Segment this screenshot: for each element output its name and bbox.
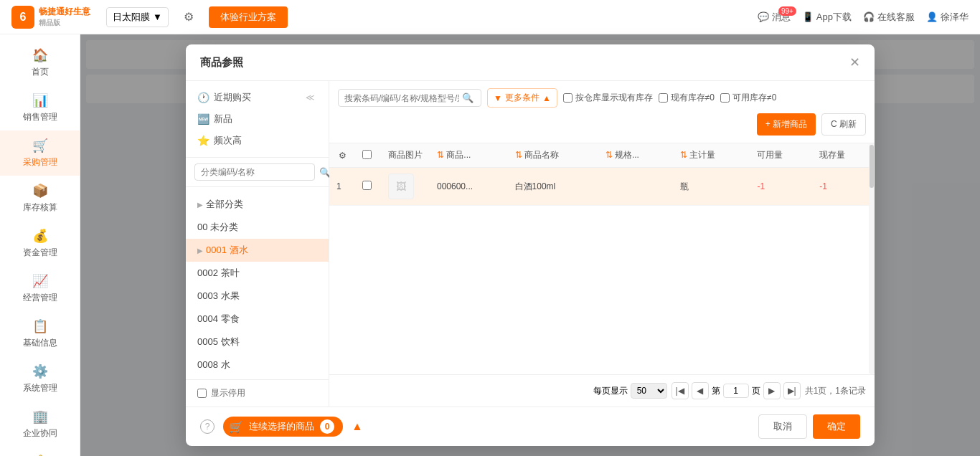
last-page-btn[interactable]: ▶| [783,382,801,399]
quick-link-frequent[interactable]: ⭐ 频次高 [186,130,329,151]
th-name[interactable]: ⇅ 商品名称 [508,143,598,168]
sidebar-item-label: 基础信息 [23,337,57,349]
next-page-btn[interactable]: ▶ [763,382,781,399]
top-nav: 6 畅捷通好生意 精品版 日太阳膜 ▼ ⚙ 体验行业方案 💬 消息 99+ 📱 … [0,0,980,34]
expand-arrow-1: ▶ [197,247,203,255]
show-disabled-checkbox[interactable] [197,389,207,398]
check-available-nonzero[interactable]: 可用库存≠0 [720,92,776,104]
sidebar-item-enterprise[interactable]: 🏢 企业协同 [0,402,80,447]
quick-link-new[interactable]: 🆕 新品 [186,108,329,130]
help-icon[interactable]: ? [200,419,215,434]
exp-btn[interactable]: 体验行业方案 [209,6,288,28]
td-name: 白酒100ml [508,168,598,206]
stock-nonzero-checkbox[interactable] [659,93,668,103]
sidebar-item-label: 资金管理 [23,247,57,259]
cat-item-0[interactable]: 00 未分类 [186,216,329,239]
sidebar-item-purchase[interactable]: 🛒 采购管理 [0,130,80,176]
product-toolbar: 🔍 ▼ 更多条件 ▲ 按仓库显示现有库存 [329,81,875,143]
app-download-item[interactable]: 📱 App下载 [802,11,852,24]
page-size-dropdown[interactable]: 50 20 100 [631,383,667,399]
sidebar-item-sales[interactable]: 📊 销售管理 [0,85,80,130]
cat-item-2[interactable]: 0002 茶叶 [186,262,329,285]
sort-icon: ⇅ [606,150,613,160]
purchase-icon: 🛒 [32,138,48,153]
nav-dropdown[interactable]: 日太阳膜 ▼ [106,7,169,27]
gear-icon[interactable]: ⚙ [177,6,200,29]
th-spec[interactable]: ⇅ 规格... [598,143,673,168]
select-all-checkbox[interactable] [362,150,372,159]
user-profile-item[interactable]: 👤 徐泽华 [926,11,969,24]
th-unit[interactable]: ⇅ 主计量 [673,143,750,168]
image-icon: 🖼 [396,181,406,192]
sidebar-item-home[interactable]: 🏠 首页 [0,40,80,85]
product-reference-modal: 商品参照 ✕ 🕐 近期购买 ≪ � [186,44,875,446]
sidebar-item-basic-info[interactable]: 📋 基础信息 [0,311,80,356]
td-spec [598,168,673,206]
table-row[interactable]: 1 🖼 [329,168,875,206]
settings-icon[interactable]: ⚙ [339,151,347,161]
logo-area: 6 畅捷通好生意 精品版 [11,6,98,29]
th-select-all[interactable] [355,143,381,168]
prev-page-btn[interactable]: ◀ [692,382,709,399]
sidebar-item-guide[interactable]: 🔔 新手引导 [0,447,80,456]
inventory-icon: 📦 [32,183,48,199]
page-label: 第 [712,385,720,397]
sort-icon: ⇅ [437,150,444,160]
nav-right: 💬 消息 99+ 📱 App下载 🎧 在线客服 👤 徐泽华 [758,11,969,24]
cat-item-1[interactable]: ▶ 0001 酒水 [186,239,329,262]
finance-icon: 💰 [32,228,48,244]
sidebar-item-operations[interactable]: 📈 经营管理 [0,266,80,311]
confirm-button[interactable]: 确定 [813,414,860,439]
message-icon: 💬 [758,11,769,22]
category-panel: 🕐 近期购买 ≪ 🆕 新品 ⭐ 频次高 [186,81,329,407]
row-checkbox[interactable] [362,181,372,190]
home-icon: 🏠 [32,47,48,63]
first-page-btn[interactable]: |◀ [672,382,689,399]
cat-item-3[interactable]: 0003 水果 [186,285,329,308]
sidebar-item-label: 销售管理 [23,111,57,123]
warehouse-checkbox[interactable] [563,93,573,103]
modal-close-button[interactable]: ✕ [849,54,860,70]
filter-button[interactable]: ▼ 更多条件 ▲ [487,88,557,108]
collapse-button[interactable]: ▲ [352,420,363,433]
search-icon[interactable]: 🔍 [462,92,473,103]
refresh-button[interactable]: C 刷新 [821,113,866,136]
sidebar-item-system[interactable]: ⚙️ 系统管理 [0,356,80,402]
cat-item-6[interactable]: 0008 水 [186,353,329,376]
th-code[interactable]: ⇅ 商品... [430,143,508,168]
frequent-icon: ⭐ [197,135,209,146]
cancel-button[interactable]: 取消 [758,414,807,439]
check-warehouse[interactable]: 按仓库显示现有库存 [563,92,653,104]
cat-item-all[interactable]: ▶ 全部分类 [186,193,329,216]
messages-nav-item[interactable]: 💬 消息 99+ [758,11,791,24]
sidebar: 🏠 首页 📊 销售管理 🛒 采购管理 📦 库存核算 💰 资金管理 📈 经营管理 … [0,34,80,456]
product-image: 🖼 [388,174,414,199]
chevron-down-icon: ▼ [153,11,162,22]
cart-area: 🛒 连续选择的商品 0 [223,417,343,437]
sidebar-item-label: 经营管理 [23,292,57,304]
logo-text: 畅捷通好生意 精品版 [39,6,90,27]
enterprise-icon: 🏢 [32,409,48,424]
page-input[interactable] [723,384,749,398]
sidebar-item-inventory[interactable]: 📦 库存核算 [0,176,80,221]
category-search-input[interactable] [194,163,315,181]
product-search-box[interactable]: 🔍 [338,89,481,107]
online-service-item[interactable]: 🎧 在线客服 [863,11,915,24]
quick-link-recent[interactable]: 🕐 近期购买 ≪ [186,87,329,108]
available-nonzero-checkbox[interactable] [720,93,730,103]
sort-icon: ⇅ [515,150,522,160]
table-scrollbar[interactable] [869,143,875,374]
td-checkbox[interactable] [355,168,381,206]
add-product-button[interactable]: + 新增商品 [757,113,816,136]
sidebar-item-finance[interactable]: 💰 资金管理 [0,221,80,266]
product-search-input[interactable] [344,93,459,103]
th-stock[interactable]: 现存量 [812,143,875,168]
recent-icon: 🕐 [197,92,209,103]
check-stock-nonzero[interactable]: 现有库存≠0 [659,92,715,104]
product-pagination: 每页显示 50 20 100 |◀ ◀ 第 [329,374,875,407]
th-available[interactable]: 可用量 [750,143,812,168]
cat-item-5[interactable]: 0005 饮料 [186,331,329,353]
sidebar-item-label: 库存核算 [23,201,57,214]
cat-item-4[interactable]: 0004 零食 [186,308,329,331]
collapse-btn[interactable]: ≪ [303,92,317,103]
